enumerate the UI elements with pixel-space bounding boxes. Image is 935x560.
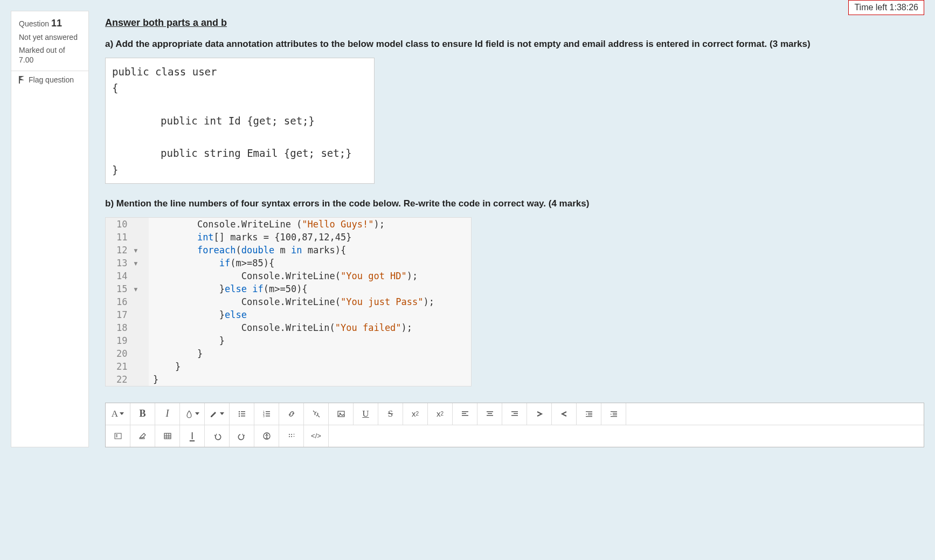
font-family-button[interactable]: A [106,403,130,425]
numbered-list-button[interactable]: 123 [254,403,279,425]
line-number: 20 [106,347,149,360]
answer-status: Not yet answered [19,32,81,42]
highlight-button[interactable] [205,403,230,425]
svg-rect-28 [613,413,617,413]
line-number: 19 [106,334,149,347]
svg-point-2 [238,413,239,414]
clear-format-button[interactable]: I̲ [180,425,205,447]
image-button[interactable] [329,403,354,425]
bold-button[interactable]: B [130,403,155,425]
undo-button[interactable] [205,425,230,447]
table-button[interactable] [155,425,180,447]
timer-box: Time left 1:38:26 [848,0,924,15]
timer-value: 1:38:26 [890,3,918,12]
svg-rect-14 [462,411,468,412]
code-line: 22} [106,373,471,386]
question-number: Question 11 [19,18,81,29]
code-text: if(m>=85){ [149,257,279,269]
align-left-button[interactable] [453,403,477,425]
accessibility-button[interactable] [254,425,279,447]
html-button[interactable]: </> [304,425,329,447]
link-button[interactable] [279,403,304,425]
svg-point-46 [291,436,292,437]
svg-rect-18 [488,413,492,414]
line-number: 14 [106,269,149,282]
svg-point-4 [238,416,239,417]
underline-button[interactable]: U [354,403,378,425]
line-number: 10 [106,218,149,231]
code-text: } [149,373,163,386]
italic-button[interactable]: I [155,403,180,425]
code-line: 15 ▾ }else if(m>=50){ [106,282,471,295]
svg-rect-30 [611,416,617,417]
align-center-button[interactable] [477,403,502,425]
code-text: Console.WriteLine("You just Pass"); [149,295,439,308]
code-line: 20 } [106,347,471,360]
special-char-button[interactable] [279,425,304,447]
question-content: Answer both parts a and b a) Add the app… [105,11,924,447]
marks-label: Marked out of 7.00 [19,45,81,65]
strikethrough-button[interactable]: S [378,403,403,425]
outdent-button[interactable] [577,403,601,425]
svg-rect-5 [241,416,245,417]
line-number: 16 [106,295,149,308]
svg-rect-24 [588,413,592,413]
svg-rect-29 [613,414,617,415]
subscript-button[interactable]: x2 [403,403,428,425]
code-text: } [149,334,229,347]
editor-toolbar: A B I 123 U S x2 x2 [105,403,924,447]
svg-rect-9 [266,413,270,414]
code-text: } [149,347,207,360]
unlink-button[interactable] [304,403,329,425]
indent-button[interactable] [601,403,626,425]
edit-button[interactable] [130,425,155,447]
svg-rect-7 [266,411,270,412]
svg-rect-33 [116,435,117,436]
code-line: 18 Console.WriteLin("You failed"); [106,321,471,334]
svg-point-0 [238,411,239,412]
svg-rect-11 [266,416,270,417]
line-number: 18 [106,321,149,334]
part-b-text: b) Mention the line numbers of four synt… [105,197,924,211]
code-text: int[] marks = {100,87,12,45} [149,231,356,244]
line-number: 13 ▾ [106,257,149,269]
svg-point-44 [291,434,292,435]
svg-rect-17 [487,411,493,412]
line-number: 11 [106,231,149,244]
code-text: foreach(double m in marks){ [149,244,350,257]
instruction-heading: Answer both parts a and b [105,17,924,29]
code-line: 19 } [106,334,471,347]
svg-rect-1 [241,411,245,412]
svg-rect-20 [511,411,518,412]
part-a-text: a) Add the appropriate data annotation a… [105,37,924,51]
code-text: }else if(m>=50){ [149,282,312,295]
code-text: }else [149,308,251,321]
superscript-button[interactable]: x2 [428,403,453,425]
rtl-button[interactable] [552,403,577,425]
svg-rect-36 [164,433,171,439]
code-text: Console.WriteLine("You got HD"); [149,269,422,282]
font-color-button[interactable] [180,403,205,425]
ltr-button[interactable] [527,403,552,425]
question-info: Question 11 Not yet answered Marked out … [11,11,89,447]
svg-point-43 [289,434,290,435]
svg-rect-47 [293,434,294,434]
code-text: Console.WriteLine ("Hello Guys!"); [149,218,389,231]
flag-question-button[interactable]: Flag question [19,75,81,84]
svg-text:3: 3 [263,414,265,418]
code-line: 14 Console.WriteLine("You got HD"); [106,269,471,282]
code-line: 17 }else [106,308,471,321]
redo-button[interactable] [230,425,254,447]
code-text: Console.WriteLin("You failed"); [149,321,417,334]
code-line: 21 } [106,360,471,373]
code-block-b: 10 Console.WriteLine ("Hello Guys!");11 … [105,217,472,386]
code-line: 10 Console.WriteLine ("Hello Guys!"); [106,218,471,231]
equation-button[interactable] [106,425,130,447]
line-number: 17 [106,308,149,321]
svg-rect-26 [586,416,592,417]
svg-point-42 [266,433,267,435]
align-right-button[interactable] [502,403,527,425]
svg-rect-22 [511,415,518,416]
svg-rect-21 [514,413,518,414]
bullet-list-button[interactable] [230,403,254,425]
